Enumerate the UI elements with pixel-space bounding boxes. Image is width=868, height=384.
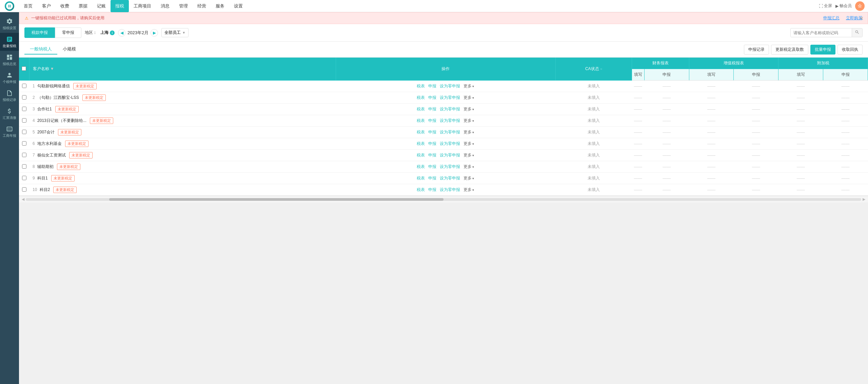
scrollbar-track[interactable]: [26, 198, 861, 201]
nav-fee[interactable]: 收费: [56, 0, 74, 12]
row-checkbox-7[interactable]: [22, 164, 26, 169]
nav-business[interactable]: 工商项目: [129, 0, 156, 12]
nav-customer[interactable]: 客户: [37, 0, 56, 12]
banner-close-button[interactable]: ✕: [860, 16, 864, 21]
op-zero-declare[interactable]: 设为零申报: [440, 107, 460, 111]
op-declare[interactable]: 申报: [428, 153, 436, 157]
op-tax-form[interactable]: 税表: [417, 84, 425, 88]
op-tax-form[interactable]: 税表: [417, 176, 425, 180]
next-month-button[interactable]: ▶: [151, 29, 158, 37]
row-checkbox-0[interactable]: [22, 84, 26, 88]
row-checkbox-2[interactable]: [22, 107, 26, 111]
region-info-icon[interactable]: i: [110, 30, 115, 35]
nav-tax[interactable]: 报税: [111, 0, 129, 12]
tab-small-scale[interactable]: 小规模: [57, 44, 81, 55]
op-zero-declare[interactable]: 设为零申报: [440, 153, 460, 157]
user-avatar[interactable]: 会: [855, 1, 865, 11]
nav-invoice[interactable]: 票据: [74, 0, 92, 12]
tab-general-taxpayer[interactable]: 一般纳税人: [24, 44, 57, 55]
op-more[interactable]: 更多: [463, 176, 474, 180]
declaration-record-button[interactable]: 申报记录: [744, 45, 769, 55]
nav-settings[interactable]: 设置: [229, 0, 248, 12]
op-tax-form[interactable]: 税表: [417, 153, 425, 157]
op-more[interactable]: 更多: [463, 95, 474, 100]
op-tax-form[interactable]: 税表: [417, 164, 425, 169]
sidebar-item-tax-settings[interactable]: 报税设置: [0, 15, 19, 33]
banner-link-summary[interactable]: 申报汇总: [823, 15, 840, 21]
op-tax-form[interactable]: 税表: [417, 118, 425, 123]
nav-manage[interactable]: 管理: [174, 0, 193, 12]
tab-tax-declaration[interactable]: 税款申报: [24, 27, 55, 38]
op-tax-form[interactable]: 税表: [417, 141, 425, 146]
op-declare[interactable]: 申报: [428, 141, 436, 146]
op-more[interactable]: 更多: [463, 118, 474, 123]
op-more[interactable]: 更多: [463, 130, 474, 134]
op-more[interactable]: 更多: [463, 164, 474, 169]
nav-bookkeeping[interactable]: 记账: [92, 0, 111, 12]
op-more[interactable]: 更多: [463, 107, 474, 111]
row-checkbox-1[interactable]: [22, 95, 26, 100]
update-tax-button[interactable]: 更新税定及取数: [771, 45, 808, 55]
op-declare[interactable]: 申报: [428, 118, 436, 123]
op-declare[interactable]: 申报: [428, 84, 436, 88]
row-checkbox-6[interactable]: [22, 153, 26, 157]
banner-separator: [842, 16, 843, 21]
op-zero-declare[interactable]: 设为零申报: [440, 84, 460, 88]
dash: ——: [797, 165, 805, 169]
nav-service[interactable]: 服务: [211, 0, 229, 12]
prev-month-button[interactable]: ◀: [118, 29, 125, 37]
op-tax-form[interactable]: 税表: [417, 95, 425, 100]
op-more[interactable]: 更多: [463, 141, 474, 146]
fullscreen-button[interactable]: ⛶ 全屏: [819, 3, 832, 9]
batch-icon: [6, 36, 13, 43]
staff-select[interactable]: 全部员工 ▼: [161, 28, 189, 37]
op-declare[interactable]: 申报: [428, 107, 436, 111]
search-button[interactable]: [852, 28, 862, 37]
sidebar-item-settlement[interactable]: 汇算清缴: [0, 105, 19, 123]
row-checkbox-8[interactable]: [22, 176, 26, 180]
row-vat-declare: ——: [734, 81, 778, 92]
sidebar-item-personal-tax[interactable]: 个税申报: [0, 69, 19, 87]
op-tax-form[interactable]: 税表: [417, 187, 425, 192]
op-declare[interactable]: 申报: [428, 176, 436, 180]
op-zero-declare[interactable]: 设为零申报: [440, 95, 460, 100]
op-zero-declare[interactable]: 设为零申报: [440, 118, 460, 123]
row-checkbox-5[interactable]: [22, 141, 26, 146]
op-zero-declare[interactable]: 设为零申报: [440, 130, 460, 134]
nav-message[interactable]: 消息: [156, 0, 174, 12]
op-tax-form[interactable]: 税表: [417, 107, 425, 111]
op-zero-declare[interactable]: 设为零申报: [440, 141, 460, 146]
row-checkbox-3[interactable]: [22, 118, 26, 123]
collect-receipt-button[interactable]: 收取回执: [837, 45, 863, 55]
batch-declaration-button[interactable]: 批量申报: [810, 45, 835, 55]
dash: ——: [663, 142, 671, 146]
op-tax-form[interactable]: 税表: [417, 130, 425, 134]
scroll-right-arrow[interactable]: ▶: [863, 197, 865, 201]
row-checkbox-9[interactable]: [22, 187, 26, 192]
sidebar: 报税设置 批量报税 报税总览 个税申报 报税记录: [0, 12, 19, 384]
op-more[interactable]: 更多: [463, 84, 474, 88]
current-date: 2023年2月: [127, 30, 149, 36]
nav-operation[interactable]: 经营: [193, 0, 211, 12]
sidebar-item-overview[interactable]: 报税总览: [0, 51, 19, 69]
sidebar-item-tax-record[interactable]: 报税记录: [0, 87, 19, 105]
member-button[interactable]: ▶ 畅会员: [835, 3, 852, 9]
tab-zero-declaration[interactable]: 零申报: [55, 27, 81, 38]
op-zero-declare[interactable]: 设为零申报: [440, 187, 460, 192]
select-all-checkbox[interactable]: [22, 66, 26, 71]
op-declare[interactable]: 申报: [428, 95, 436, 100]
op-declare[interactable]: 申报: [428, 130, 436, 134]
sidebar-item-batch-tax[interactable]: 批量报税: [0, 33, 19, 51]
op-zero-declare[interactable]: 设为零申报: [440, 176, 460, 180]
sidebar-item-annual-report[interactable]: 工商年报: [0, 123, 19, 141]
row-vat-declare: ——: [734, 115, 778, 127]
search-input[interactable]: [791, 29, 852, 37]
op-declare[interactable]: 申报: [428, 164, 436, 169]
nav-home[interactable]: 首页: [19, 0, 37, 12]
op-zero-declare[interactable]: 设为零申报: [440, 164, 460, 169]
row-checkbox-4[interactable]: [22, 130, 26, 134]
op-more[interactable]: 更多: [463, 153, 474, 157]
op-declare[interactable]: 申报: [428, 187, 436, 192]
scroll-left-arrow[interactable]: ◀: [22, 197, 24, 201]
op-more[interactable]: 更多: [463, 187, 474, 192]
